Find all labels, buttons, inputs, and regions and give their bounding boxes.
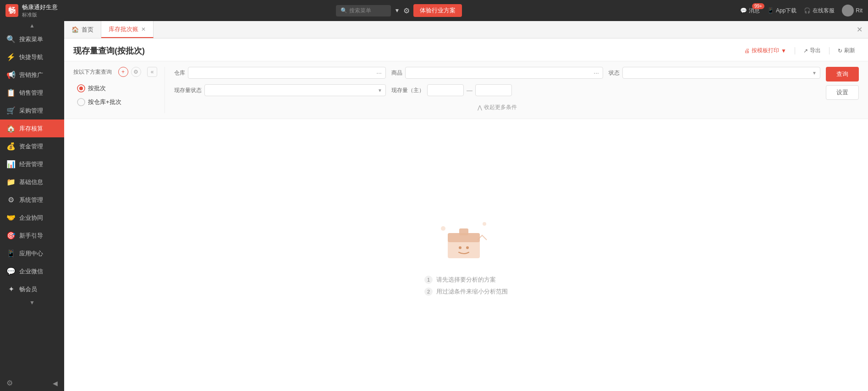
online-service-button[interactable]: 🎧 在线客服 <box>804 7 835 15</box>
sidebar-label-guide: 新手引导 <box>19 232 43 240</box>
status-label: 状态 <box>609 69 620 77</box>
top-bar-right: 💬 消息 99+ 📱 App下载 🎧 在线客服 Rit <box>740 5 863 16</box>
top-bar: 畅 畅康通好生意 标准版 🔍 搜索菜单 ▼ ⚙ 体验行业方案 💬 消息 99+ … <box>0 0 868 21</box>
empty-tips: 1 请先选择要分析的方案 2 用过滤条件来缩小分析范围 <box>424 276 508 296</box>
app-download-button[interactable]: 📱 App下载 <box>767 7 797 15</box>
sidebar-scroll-down[interactable]: ▼ <box>0 298 64 307</box>
sidebar-item-enterprise[interactable]: 🤝 企业协同 <box>0 209 64 227</box>
sidebar-item-search[interactable]: 🔍 搜索菜单 <box>0 30 64 48</box>
warehouse-dots-button[interactable]: ··· <box>373 67 385 78</box>
status-select[interactable] <box>622 67 820 79</box>
target-icon: 🎯 <box>6 231 16 240</box>
scheme-item-by-batch[interactable]: 按批次 <box>73 81 157 95</box>
sidebar-label-inventory: 库存核算 <box>19 125 43 133</box>
messages-badge: 99+ <box>752 3 764 9</box>
message-icon: 💬 <box>740 7 747 14</box>
sidebar-item-system[interactable]: ⚙ 系统管理 <box>0 191 64 209</box>
clipboard-icon: 📋 <box>6 88 16 97</box>
svg-point-6 <box>459 246 461 249</box>
sidebar-settings-icon[interactable]: ⚙ <box>6 379 13 387</box>
product-dots-button[interactable]: ··· <box>590 67 603 78</box>
scheme-item-icon-warehouse-batch <box>77 98 85 106</box>
sidebar-item-marketing[interactable]: 📢 营销推广 <box>0 66 64 84</box>
settings-scheme-button[interactable]: ⚙ <box>131 67 141 77</box>
empty-state: 1 请先选择要分析的方案 2 用过滤条件来缩小分析范围 <box>64 119 868 391</box>
empty-tip-1: 1 请先选择要分析的方案 <box>424 276 508 284</box>
search-icon: 🔍 <box>6 35 16 43</box>
print-icon: 🖨 <box>744 48 750 54</box>
folder-icon: 📁 <box>6 178 16 186</box>
refresh-icon: ↻ <box>838 48 842 54</box>
app-title: 畅康通好生意 <box>22 3 58 11</box>
quantity-max-input[interactable] <box>475 84 512 96</box>
empty-illustration <box>439 215 494 266</box>
sidebar-item-purchase[interactable]: 🛒 采购管理 <box>0 102 64 119</box>
sidebar-item-quick-nav[interactable]: ⚡ 快捷导航 <box>0 48 64 66</box>
sidebar-label-purchase: 采购管理 <box>19 107 43 115</box>
collapse-scheme-panel-button[interactable]: « <box>147 67 157 77</box>
collapse-more-button[interactable]: ⋀ 收起更多条件 <box>174 102 820 113</box>
print-template-button[interactable]: 🖨 按模板打印 ▼ <box>741 45 790 56</box>
filter-fields-panel: 仓库 ··· 商品 <box>165 67 859 113</box>
add-scheme-button[interactable]: + <box>118 67 128 77</box>
divider-2 <box>829 47 830 54</box>
inventory-status-label: 现存量状态 <box>174 87 202 94</box>
tab-inventory-batch[interactable]: 库存批次账 ✕ <box>101 21 154 38</box>
sidebar-label-app-center: 应用中心 <box>19 250 43 258</box>
scheme-label-by-batch: 按批次 <box>88 84 106 92</box>
sidebar-item-app-center[interactable]: 📱 应用中心 <box>0 244 64 262</box>
filter-scheme-label: 按以下方案查询 <box>73 68 112 76</box>
tab-home[interactable]: 🏠 首页 <box>64 21 101 38</box>
search-dropdown-icon[interactable]: ▼ <box>395 7 400 14</box>
menu-search-box[interactable]: 🔍 搜索菜单 <box>336 5 391 16</box>
quantity-dash: — <box>467 87 472 94</box>
scheme-label-by-warehouse-batch: 按仓库+批次 <box>88 98 121 106</box>
refresh-button[interactable]: ↻ 刷新 <box>834 45 859 56</box>
sidebar-collapse-icon[interactable]: ◀ <box>53 380 58 387</box>
sidebar-label-sales: 销售管理 <box>19 89 43 97</box>
sidebar-item-guide[interactable]: 🎯 新手引导 <box>0 227 64 244</box>
page-header-actions: 🖨 按模板打印 ▼ ↗ 导出 ↻ 刷新 <box>741 45 859 56</box>
sidebar-scroll-up[interactable]: ▲ <box>0 21 64 30</box>
export-label: 导出 <box>810 47 821 54</box>
sidebar-label-basic: 基础信息 <box>19 178 43 186</box>
quantity-min-input[interactable] <box>427 84 464 96</box>
tip-text-2: 用过滤条件来缩小分析范围 <box>436 288 508 296</box>
experience-industry-button[interactable]: 体验行业方案 <box>413 4 462 17</box>
query-button[interactable]: 查询 <box>826 67 859 81</box>
tab-home-label: 首页 <box>82 26 93 34</box>
sidebar-label-search: 搜索菜单 <box>19 35 43 43</box>
tab-bar: 🏠 首页 库存批次账 ✕ ✕ <box>64 21 868 38</box>
print-dropdown-icon: ▼ <box>781 48 786 54</box>
product-input[interactable] <box>406 67 590 78</box>
sidebar-item-sales[interactable]: 📋 销售管理 <box>0 84 64 102</box>
export-button[interactable]: ↗ 导出 <box>800 45 824 56</box>
sidebar-item-wechat[interactable]: 💬 企业微信 <box>0 262 64 280</box>
sidebar-item-basic[interactable]: 📁 基础信息 <box>0 173 64 191</box>
user-avatar-area[interactable]: Rit <box>842 5 863 16</box>
sidebar-item-membership[interactable]: ✦ 畅会员 <box>0 280 64 298</box>
sidebar-label-enterprise: 企业协同 <box>19 214 43 222</box>
messages-button[interactable]: 💬 消息 99+ <box>740 7 760 15</box>
scheme-item-by-warehouse-batch[interactable]: 按仓库+批次 <box>73 95 157 109</box>
sidebar-label-system: 系统管理 <box>19 196 43 204</box>
svg-rect-5 <box>459 228 468 235</box>
sidebar-label-membership: 畅会员 <box>19 285 37 293</box>
warehouse-input[interactable] <box>188 67 373 78</box>
sidebar-item-inventory[interactable]: 🏠 库存核算 <box>0 119 64 137</box>
inventory-status-select[interactable] <box>204 84 386 96</box>
quantity-label: 现存量（主） <box>391 87 424 94</box>
setting-button[interactable]: 设置 <box>826 85 859 100</box>
sidebar-item-finance[interactable]: 💰 资金管理 <box>0 137 64 155</box>
page-content: 现存量查询(按批次) 🖨 按模板打印 ▼ ↗ 导出 ↻ 刷 <box>64 38 868 391</box>
app-title-area: 畅康通好生意 标准版 <box>22 3 58 18</box>
divider-1 <box>795 47 795 54</box>
tab-bar-close-icon[interactable]: ✕ <box>857 25 863 34</box>
tab-close-icon[interactable]: ✕ <box>141 26 146 33</box>
search-icon: 🔍 <box>341 7 347 14</box>
tip-num-1: 1 <box>424 276 433 284</box>
money-icon: 💰 <box>6 142 16 151</box>
settings-gear-icon[interactable]: ⚙ <box>403 6 410 15</box>
sidebar-label-marketing: 营销推广 <box>19 71 43 79</box>
sidebar-item-operations[interactable]: 📊 经营管理 <box>0 155 64 173</box>
